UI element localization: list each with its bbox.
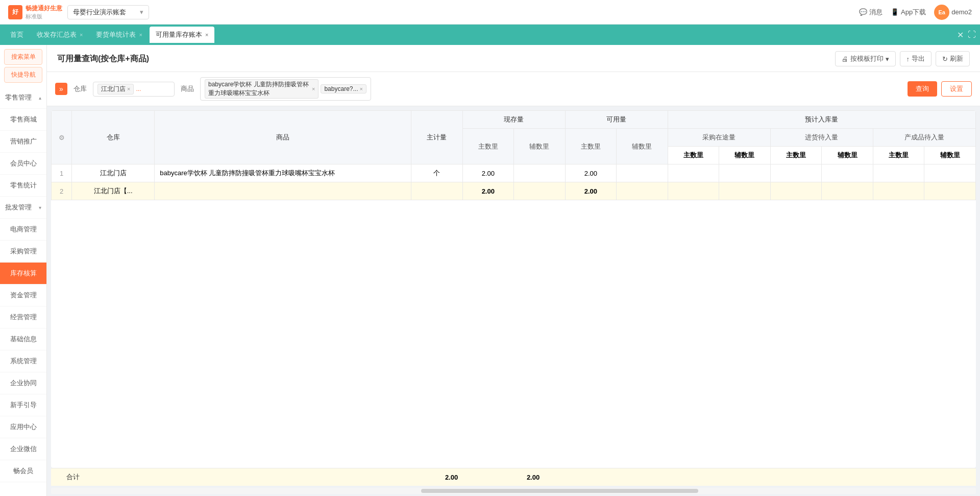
gear-icon[interactable]: ⚙ — [59, 134, 65, 141]
product-tag-1: babycare学饮杯 儿童防摔防撞吸管杯重力球吸嘴杯宝宝水杯 × — [205, 79, 318, 99]
cell-finished-main — [873, 164, 924, 182]
table-area: ⚙ 仓库 商品 主计量 现存量 可用量 预计入库量 主数里 辅数里 主数里 辅数… — [51, 110, 976, 468]
cell-pending-main — [770, 164, 822, 182]
cell-pending-main — [770, 182, 822, 200]
sidebar-item-retail-mall[interactable]: 零售商城 — [0, 109, 46, 131]
footer-data: 2.00 2.00 — [117, 474, 971, 481]
query-button[interactable]: 查询 — [908, 81, 937, 97]
cell-product — [155, 182, 411, 200]
purchase-transit-main-header: 主数里 — [668, 147, 719, 164]
maximize-button[interactable]: ⛶ — [968, 30, 976, 39]
sidebar-item-enterprise[interactable]: 企业协同 — [0, 372, 46, 394]
tab-bar: 首页 收发存汇总表 × 要货单统计表 × 可用量库存账本 × ✕ ⛶ — [0, 25, 980, 45]
cell-warehouse: 江北门店【... — [72, 182, 155, 200]
product-tag-2-close[interactable]: × — [359, 86, 362, 92]
avail-aux-header: 辅数里 — [617, 129, 668, 164]
product-tag-1-close[interactable]: × — [312, 86, 315, 92]
page-title-row: 可用量查询(按仓库+商品) 🖨 按模板打印 ▾ ↑ 导出 ↻ 刷新 — [57, 51, 970, 66]
purchase-pending-aux-header: 辅数里 — [822, 147, 873, 164]
cell-avail-main: 2.00 — [565, 182, 617, 200]
cell-finished-aux — [924, 182, 976, 200]
sidebar-item-ops-mgmt[interactable]: 经营管理 — [0, 306, 46, 328]
sidebar-item-member[interactable]: 会员中心 — [0, 153, 46, 175]
sidebar-item-retail-mgmt[interactable]: 零售管理 ▴ — [0, 87, 46, 109]
table-scrollbar[interactable] — [51, 488, 976, 494]
gear-header[interactable]: ⚙ — [52, 111, 72, 164]
cell-unit: 个 — [411, 164, 463, 182]
page-actions: 🖨 按模板打印 ▾ ↑ 导出 ↻ 刷新 — [835, 51, 970, 66]
warehouse-tag-close[interactable]: × — [127, 86, 130, 92]
cell-stock-main: 2.00 — [462, 164, 514, 182]
search-menu-button[interactable]: 搜索菜单 — [4, 49, 42, 65]
cell-finished-aux — [924, 164, 976, 182]
product-col-header: 商品 — [155, 111, 411, 164]
filter-row: » 仓库 江北门店 × ... 商品 babycare学饮杯 儿童防摔防撞吸管杯… — [47, 72, 980, 106]
user-menu[interactable]: Ea demo2 — [934, 5, 972, 20]
page-header: 可用量查询(按仓库+商品) 🖨 按模板打印 ▾ ↑ 导出 ↻ 刷新 — [47, 45, 980, 72]
warehouse-more-btn[interactable]: ... — [136, 85, 141, 92]
tab-close-receive-summary[interactable]: × — [80, 32, 83, 38]
cell-stock-aux — [514, 164, 566, 182]
filter-expand-button[interactable]: » — [55, 83, 67, 95]
close-all-tabs-button[interactable]: ✕ — [957, 30, 964, 40]
sidebar-item-ecommerce[interactable]: 电商管理 — [0, 219, 46, 241]
sidebar-item-vip[interactable]: 畅会员 — [0, 460, 46, 482]
tab-available-stock[interactable]: 可用量库存账本 × — [150, 27, 214, 43]
tab-receive-summary[interactable]: 收发存汇总表 × — [31, 27, 89, 43]
tab-close-order-stats[interactable]: × — [139, 32, 142, 38]
chevron-up-icon: ▴ — [39, 95, 41, 101]
top-bar-right: 💬 消息 📱 App下载 Ea demo2 — [859, 5, 972, 20]
avail-main-header: 主数里 — [565, 129, 617, 164]
app-download-button[interactable]: 📱 App下载 — [891, 8, 926, 17]
stock-main-header: 主数里 — [462, 129, 514, 164]
chevron-down-icon: ▾ — [886, 55, 889, 63]
settings-button[interactable]: 设置 — [941, 81, 972, 97]
cell-product: babycare学饮杯 儿童防摔防撞吸管杯重力球吸嘴杯宝宝水杯 — [155, 164, 411, 182]
sidebar-item-marketing[interactable]: 营销推广 — [0, 131, 46, 153]
sidebar-item-purchase-mgmt[interactable]: 采购管理 — [0, 241, 46, 263]
message-button[interactable]: 💬 消息 — [859, 8, 883, 17]
chevron-down-icon: ▾ — [140, 8, 143, 16]
logo-area: 好 畅捷通好生意 标准版 — [8, 4, 62, 20]
cell-stock-aux — [514, 182, 566, 200]
sidebar-item-finance[interactable]: 资金管理 — [0, 285, 46, 306]
sidebar-item-stock-check[interactable]: 库存核算 — [0, 263, 46, 285]
footer-avail-aux — [554, 474, 595, 481]
refresh-button[interactable]: ↻ 刷新 — [936, 51, 970, 66]
cell-purchase-transit-aux — [719, 164, 771, 182]
cell-purchase-transit-main — [668, 182, 719, 200]
purchase-pending-header: 进货待入量 — [770, 129, 873, 147]
table-row: 2 江北门店【... 2.00 2.00 — [52, 182, 976, 200]
export-icon: ↑ — [906, 55, 910, 63]
expected-in-header: 预计入库量 — [668, 111, 975, 129]
quick-nav-button[interactable]: 快捷导航 — [4, 67, 42, 83]
tab-home[interactable]: 首页 — [4, 27, 30, 43]
row-index: 2 — [52, 182, 72, 200]
sidebar-item-app-center[interactable]: 应用中心 — [0, 416, 46, 438]
sidebar-item-enterprise-wechat[interactable]: 企业微信 — [0, 438, 46, 460]
cell-avail-main: 2.00 — [565, 164, 617, 182]
scrollbar-thumb[interactable] — [421, 489, 699, 493]
sidebar-item-retail-stats[interactable]: 零售统计 — [0, 175, 46, 197]
sidebar-item-batch-mgmt[interactable]: 批发管理 ▾ — [0, 197, 46, 219]
print-button[interactable]: 🖨 按模板打印 ▾ — [835, 51, 896, 66]
sidebar-item-system[interactable]: 系统管理 — [0, 350, 46, 372]
tab-order-stats[interactable]: 要货单统计表 × — [90, 27, 148, 43]
finished-pending-header: 产成品待入量 — [873, 129, 975, 147]
warehouse-filter-input[interactable]: 江北门店 × ... — [93, 82, 175, 97]
cell-finished-main — [873, 182, 924, 200]
purchase-transit-aux-header: 辅数里 — [719, 147, 771, 164]
refresh-icon: ↻ — [942, 55, 948, 63]
data-table: ⚙ 仓库 商品 主计量 现存量 可用量 预计入库量 主数里 辅数里 主数里 辅数… — [51, 110, 976, 200]
export-button[interactable]: ↑ 导出 — [900, 51, 932, 66]
cell-unit — [411, 182, 463, 200]
store-selector[interactable]: 母婴行业演示账套 ▾ — [67, 5, 149, 19]
tab-close-available-stock[interactable]: × — [205, 32, 208, 38]
tab-bar-right: ✕ ⛶ — [957, 30, 976, 40]
product-filter-input[interactable]: babycare学饮杯 儿童防摔防撞吸管杯重力球吸嘴杯宝宝水杯 × babyca… — [200, 77, 371, 101]
sidebar-item-base-info[interactable]: 基础信息 — [0, 328, 46, 350]
chevron-down-icon: ▾ — [39, 205, 41, 210]
page-title: 可用量查询(按仓库+商品) — [57, 54, 149, 64]
sidebar-item-newcomer[interactable]: 新手引导 — [0, 394, 46, 416]
top-bar: 好 畅捷通好生意 标准版 母婴行业演示账套 ▾ 💬 消息 📱 App下载 Ea … — [0, 0, 980, 25]
